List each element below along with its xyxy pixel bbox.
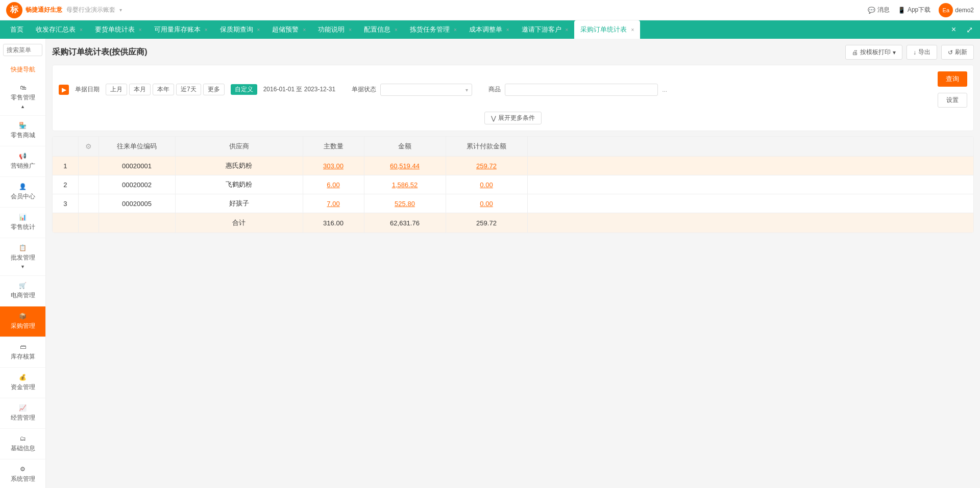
cell-unit-code: 00020005 [99, 194, 175, 213]
settings-button[interactable]: 设置 [938, 93, 967, 108]
tab-home[interactable]: 首页 [4, 20, 30, 39]
tab-warranty-close-icon[interactable]: × [257, 27, 260, 33]
cell-qty[interactable]: 7.00 [303, 194, 364, 213]
message-label: 消息 [877, 6, 890, 14]
close-all-tabs-button[interactable]: × [948, 24, 959, 35]
tab-function-desc[interactable]: 功能说明 × [312, 20, 358, 39]
tab-config-info-close-icon[interactable]: × [395, 27, 398, 33]
basic-info-icon: 🗂 [20, 435, 26, 442]
tab-purchase-summary[interactable]: 采购订单统计表 × [574, 20, 640, 39]
refresh-icon: ↺ [948, 49, 953, 56]
export-button[interactable]: ↓ 导出 [906, 45, 937, 60]
footer-total-paid: 259.72 [446, 213, 527, 233]
filter-toggle-button[interactable]: ▶ [59, 85, 69, 95]
tab-stacking-task-label: 拣货任务管理 [410, 25, 450, 34]
cell-unit-code: 00020002 [99, 175, 175, 194]
tab-overstock[interactable]: 超储预警 × [266, 20, 312, 39]
sidebar-search-area [0, 39, 45, 61]
cell-qty[interactable]: 6.00 [303, 175, 364, 194]
date-btn-7days[interactable]: 近7天 [176, 84, 201, 95]
footer-total-label: 合计 [175, 213, 303, 233]
sidebar-item-retail-stat[interactable]: 📊 零售统计 [0, 208, 45, 238]
tab-purchase-summary-close-icon[interactable]: × [631, 27, 634, 33]
table-wrapper: ⚙ 往来单位编码 供应商 主数量 金额 累计付款金额 1 00020001 [52, 136, 974, 233]
table-header-row: ⚙ 往来单位编码 供应商 主数量 金额 累计付款金额 [53, 137, 973, 157]
tab-cost-adjust-close-icon[interactable]: × [506, 27, 509, 33]
footer-total-amount: 62,631.76 [364, 213, 446, 233]
date-btn-last-month[interactable]: 上月 [106, 84, 127, 95]
query-settings-column: 查询 设置 [938, 71, 967, 108]
expand-label: 展开更多条件 [498, 114, 535, 122]
status-select[interactable] [380, 84, 472, 96]
sidebar-item-operation[interactable]: 📈 经营管理 [0, 398, 45, 429]
quick-nav-label: 快捷导航 [11, 66, 35, 73]
sidebar-item-basic-info[interactable]: 🗂 基础信息 [0, 429, 45, 459]
sidebar-item-batch-mgmt[interactable]: 📋 批发管理 ▼ [0, 238, 45, 276]
tab-stacking-task-close-icon[interactable]: × [454, 27, 457, 33]
cell-paid[interactable]: 259.72 [446, 157, 527, 175]
sidebar-item-inventory[interactable]: 🗃 库存核算 [0, 337, 45, 368]
expand-more-conditions-button[interactable]: ⋁ 展开更多条件 [484, 112, 542, 124]
tab-goods-summary-label: 要货单统计表 [95, 25, 135, 34]
cell-amount[interactable]: 1,586.52 [364, 175, 446, 194]
sidebar-item-marketing[interactable]: 📢 营销推广 [0, 146, 45, 177]
tab-function-desc-close-icon[interactable]: × [349, 27, 352, 33]
sidebar-ecommerce-label: 电商管理 [11, 291, 35, 300]
maximize-button[interactable]: ⤢ [963, 24, 976, 36]
user-profile[interactable]: Ea demo2 [939, 3, 974, 17]
filter-expand-row: ⋁ 展开更多条件 [59, 112, 967, 124]
refresh-button[interactable]: ↺ 刷新 [941, 45, 974, 60]
sidebar-item-retail[interactable]: 🛍 零售管理 ▲ [0, 78, 45, 116]
tab-config-info[interactable]: 配置信息 × [358, 20, 404, 39]
tab-invite-downstream-close-icon[interactable]: × [566, 27, 569, 33]
cell-amount[interactable]: 60,519.44 [364, 157, 446, 175]
cell-paid[interactable]: 0.00 [446, 194, 527, 213]
col-header-settings[interactable]: ⚙ [78, 137, 99, 157]
cell-supplier: 飞鹤奶粉 [175, 175, 303, 194]
tab-stacking-task[interactable]: 拣货任务管理 × [404, 20, 463, 39]
tab-cost-adjust[interactable]: 成本调整单 × [463, 20, 516, 39]
sidebar-item-ecommerce[interactable]: 🛒 电商管理 [0, 276, 45, 306]
operation-icon: 📈 [19, 404, 27, 412]
date-btn-this-year[interactable]: 本年 [153, 84, 174, 95]
tab-collection-close-icon[interactable]: × [80, 27, 83, 33]
tab-goods-summary[interactable]: 要货单统计表 × [89, 20, 148, 39]
tab-available-stock[interactable]: 可用量库存账本 × [148, 20, 214, 39]
app-download-button[interactable]: 📱 App下载 [898, 6, 930, 14]
cell-qty[interactable]: 303.00 [303, 157, 364, 175]
logo-area: 标 畅捷通好生意 [6, 2, 62, 18]
sidebar-item-quick-nav[interactable]: 快捷导航 [0, 61, 45, 78]
tab-goods-summary-close-icon[interactable]: × [139, 27, 142, 33]
tab-invite-downstream[interactable]: 邀请下游客户 × [516, 20, 575, 39]
date-quick-buttons: 上月 本月 本年 近7天 更多 [106, 84, 225, 95]
cell-amount[interactable]: 525.80 [364, 194, 446, 213]
message-button[interactable]: 💬 消息 [868, 6, 890, 14]
sidebar-finance-label: 资金管理 [11, 383, 35, 392]
tab-home-label: 首页 [10, 25, 23, 34]
custom-date-badge[interactable]: 自定义 [231, 84, 257, 95]
sidebar-item-member[interactable]: 👤 会员中心 [0, 177, 45, 208]
page-header: 采购订单统计表(按供应商) 🖨 按模板打印 ▾ ↓ 导出 ↺ 刷新 [52, 45, 974, 60]
goods-input[interactable] [505, 84, 658, 96]
table-row: 1 00020001 惠氏奶粉 303.00 60,519.44 259.72 [53, 157, 973, 175]
sidebar-item-sys-mgmt[interactable]: ⚙ 系统管理 [0, 459, 45, 488]
sidebar-item-finance[interactable]: 💰 资金管理 [0, 368, 45, 398]
sidebar-item-purchase[interactable]: 📦 采购管理 [0, 306, 45, 337]
search-input[interactable] [3, 44, 42, 56]
date-btn-more[interactable]: 更多 [203, 84, 225, 95]
goods-more-button[interactable]: ... [662, 86, 667, 93]
print-button[interactable]: 🖨 按模板打印 ▾ [845, 45, 902, 60]
tab-warranty[interactable]: 保质期查询 × [214, 20, 266, 39]
cell-paid[interactable]: 0.00 [446, 175, 527, 194]
column-settings-gear-icon[interactable]: ⚙ [85, 142, 92, 150]
sidebar-retail-stat-label: 零售统计 [11, 223, 35, 232]
cell-seq: 3 [53, 194, 78, 213]
sidebar-item-retail-store[interactable]: 🏪 零售商城 [0, 116, 45, 146]
tab-available-stock-close-icon[interactable]: × [205, 27, 208, 33]
tab-overstock-close-icon[interactable]: × [303, 27, 306, 33]
cell-extra [527, 175, 973, 194]
date-btn-this-month[interactable]: 本月 [129, 84, 151, 95]
query-button[interactable]: 查询 [938, 71, 967, 87]
tab-collection[interactable]: 收发存汇总表 × [30, 20, 89, 39]
sidebar: 快捷导航 🛍 零售管理 ▲ 🏪 零售商城 📢 营销推广 👤 会员中心 📊 零售统… [0, 39, 46, 488]
